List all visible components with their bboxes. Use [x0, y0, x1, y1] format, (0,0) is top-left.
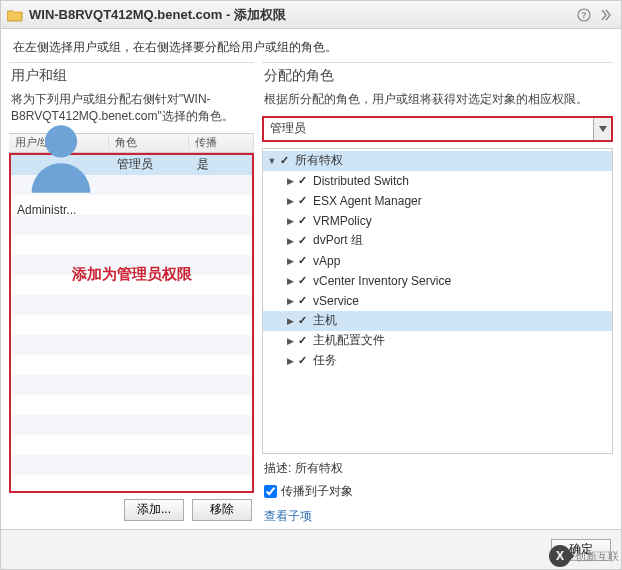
- check-icon: ✓: [295, 214, 309, 227]
- check-icon: ✓: [277, 154, 291, 167]
- svg-text:?: ?: [581, 10, 587, 20]
- tree-item[interactable]: ▶✓VRMPolicy: [263, 211, 612, 231]
- users-groups-title: 用户和组: [9, 63, 254, 89]
- tree-item-label: 主机配置文件: [309, 332, 385, 349]
- tree-item-label: vApp: [309, 254, 340, 268]
- privileges-tree[interactable]: ▼✓所有特权▶✓Distributed Switch▶✓ESX Agent Ma…: [262, 148, 613, 454]
- help-icon[interactable]: ?: [575, 6, 593, 24]
- tree-item[interactable]: ▶✓vApp: [263, 251, 612, 271]
- tree-item-label: 主机: [309, 312, 337, 329]
- tree-item[interactable]: ▼✓所有特权: [263, 151, 612, 171]
- table-row[interactable]: Administr... 管理员 是: [11, 155, 252, 175]
- check-icon: ✓: [295, 174, 309, 187]
- tree-item[interactable]: ▶✓vCenter Inventory Service: [263, 271, 612, 291]
- tree-item[interactable]: ▶✓dvPort 组: [263, 231, 612, 251]
- check-icon: ✓: [295, 234, 309, 247]
- check-icon: ✓: [295, 314, 309, 327]
- chevron-down-icon[interactable]: [593, 118, 611, 140]
- col-propagate[interactable]: 传播: [189, 135, 254, 150]
- add-button[interactable]: 添加...: [124, 499, 184, 521]
- remove-button[interactable]: 移除: [192, 499, 252, 521]
- role-dropdown[interactable]: 管理员: [262, 116, 613, 142]
- dialog-footer: 确定 X 创新互联: [1, 529, 621, 569]
- chevron-down-icon[interactable]: ▼: [267, 156, 277, 166]
- tree-item[interactable]: ▶✓Distributed Switch: [263, 171, 612, 191]
- chevron-right-icon[interactable]: ▶: [285, 216, 295, 226]
- tree-item[interactable]: ▶✓主机配置文件: [263, 331, 612, 351]
- tree-item-label: 任务: [309, 352, 337, 369]
- tree-item[interactable]: ▶✓任务: [263, 351, 612, 371]
- user-icon: [17, 189, 105, 203]
- assigned-role-panel: 分配的角色 根据所分配的角色，用户或组将获得对选定对象的相应权限。 管理员 ▼✓…: [262, 62, 613, 529]
- dialog-description: 在左侧选择用户或组，在右侧选择要分配给用户或组的角色。: [1, 29, 621, 62]
- description-row: 描述: 所有特权: [262, 454, 613, 479]
- assigned-role-title: 分配的角色: [262, 63, 613, 89]
- tree-item[interactable]: ▶✓ESX Agent Manager: [263, 191, 612, 211]
- propagate-checkbox[interactable]: [264, 485, 277, 498]
- watermark-text: 创新互联: [575, 549, 619, 564]
- chevron-right-icon[interactable]: ▶: [285, 316, 295, 326]
- chevron-right-icon[interactable]: ▶: [285, 236, 295, 246]
- description-value: 所有特权: [295, 461, 343, 475]
- folder-icon: [7, 8, 23, 22]
- col-role[interactable]: 角色: [109, 135, 189, 150]
- chevron-right-icon[interactable]: ▶: [285, 356, 295, 366]
- tree-item-label: dvPort 组: [309, 232, 363, 249]
- dialog-add-permission: WIN-B8RVQT412MQ.benet.com - 添加权限 ? 在左侧选择…: [0, 0, 622, 570]
- watermark-icon: X: [549, 545, 571, 567]
- chevron-right-icon[interactable]: ▶: [285, 256, 295, 266]
- window-title: WIN-B8RVQT412MQ.benet.com - 添加权限: [29, 6, 571, 24]
- watermark: X 创新互联: [549, 545, 619, 567]
- tree-item-label: vService: [309, 294, 359, 308]
- tree-item-label: Distributed Switch: [309, 174, 409, 188]
- check-icon: ✓: [295, 194, 309, 207]
- check-icon: ✓: [295, 294, 309, 307]
- chevron-right-icon[interactable]: ▶: [285, 336, 295, 346]
- description-label: 描述:: [264, 461, 291, 475]
- check-icon: ✓: [295, 354, 309, 367]
- view-children-link[interactable]: 查看子项: [262, 504, 613, 529]
- check-icon: ✓: [295, 274, 309, 287]
- check-icon: ✓: [295, 334, 309, 347]
- tree-item[interactable]: ▶✓vService: [263, 291, 612, 311]
- chevron-right-icon[interactable]: ▶: [285, 176, 295, 186]
- role-dropdown-value: 管理员: [264, 120, 593, 137]
- assigned-role-sub: 根据所分配的角色，用户或组将获得对选定对象的相应权限。: [262, 89, 613, 116]
- chevron-right-icon[interactable]: ▶: [285, 276, 295, 286]
- tree-item[interactable]: ▶✓主机: [263, 311, 612, 331]
- annotation-overlay: 添加为管理员权限: [11, 265, 252, 284]
- svg-point-2: [45, 125, 77, 157]
- tree-item-label: 所有特权: [291, 152, 343, 169]
- cell-role: 管理员: [111, 156, 191, 173]
- chevron-right-icon[interactable]: ▶: [285, 296, 295, 306]
- cell-user: Administr...: [11, 112, 111, 217]
- users-table-body[interactable]: Administr... 管理员 是 添加为管理员权限: [9, 153, 254, 493]
- tree-item-label: VRMPolicy: [309, 214, 372, 228]
- users-groups-panel: 用户和组 将为下列用户或组分配右侧针对"WIN-B8RVQT412MQ.bene…: [9, 62, 254, 529]
- tree-item-label: vCenter Inventory Service: [309, 274, 451, 288]
- chevron-right-icon[interactable]: ▶: [285, 196, 295, 206]
- expand-icon[interactable]: [597, 6, 615, 24]
- tree-item-label: ESX Agent Manager: [309, 194, 422, 208]
- propagate-label[interactable]: 传播到子对象: [281, 483, 353, 500]
- check-icon: ✓: [295, 254, 309, 267]
- cell-propagate: 是: [191, 156, 252, 173]
- titlebar: WIN-B8RVQT412MQ.benet.com - 添加权限 ?: [1, 1, 621, 29]
